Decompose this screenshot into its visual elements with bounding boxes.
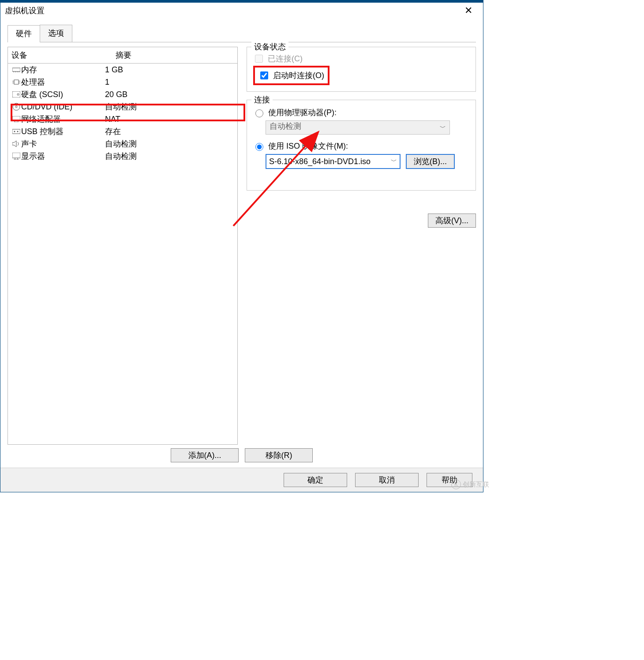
svg-rect-15	[15, 120, 18, 122]
highlight-annotation: 启动时连接(O)	[253, 66, 329, 85]
vm-settings-window: 虚拟机设置 ✕ 硬件 选项 设备 摘要 内存 1 GB	[0, 0, 483, 492]
device-name: 显示器	[21, 151, 105, 161]
device-name: 硬盘 (SCSI)	[21, 89, 105, 100]
tab-options[interactable]: 选项	[40, 25, 72, 42]
device-name: 声卡	[21, 139, 105, 149]
device-summary: 存在	[105, 126, 234, 137]
columns: 设备 摘要 内存 1 GB 处理器 1	[7, 47, 476, 445]
add-button[interactable]: 添加(A)...	[171, 448, 239, 462]
settings-panel: 设备状态 已连接(C) 启动时连接(O) 连接	[247, 47, 476, 445]
use-physical-label: 使用物理驱动器(P):	[268, 107, 337, 118]
svg-rect-20	[12, 153, 20, 158]
connection-legend: 连接	[251, 94, 273, 105]
device-summary: 20 GB	[105, 90, 234, 99]
connect-on-start-input[interactable]	[260, 71, 268, 79]
device-name: USB 控制器	[21, 126, 105, 137]
svg-point-12	[13, 103, 20, 110]
device-summary: NAT	[105, 115, 234, 124]
device-row-cpu[interactable]: 处理器 1	[8, 76, 237, 88]
memory-icon	[11, 67, 21, 72]
svg-point-13	[15, 106, 17, 108]
connect-on-start-label: 启动时连接(O)	[273, 70, 324, 81]
close-icon[interactable]: ✕	[458, 3, 479, 19]
iso-path-combo[interactable]: S-6.10-x86_64-bin-DVD1.iso ﹀	[266, 154, 401, 169]
watermark-icon: K	[451, 480, 461, 489]
chevron-down-icon[interactable]: ﹀	[391, 158, 397, 165]
header-summary: 摘要	[112, 47, 135, 63]
nic-icon	[11, 116, 21, 122]
svg-point-18	[17, 131, 19, 132]
browse-button[interactable]: 浏览(B)...	[406, 154, 455, 169]
sound-icon	[11, 141, 21, 147]
connected-checkbox-input	[255, 55, 263, 63]
use-iso-label: 使用 ISO 映像文件(M):	[268, 141, 348, 151]
add-remove-row: 添加(A)... 移除(R)	[7, 448, 476, 462]
ok-button[interactable]: 确定	[284, 473, 347, 487]
svg-rect-0	[12, 68, 20, 71]
device-row-disk[interactable]: 硬盘 (SCSI) 20 GB	[8, 88, 237, 101]
connect-on-start-checkbox[interactable]: 启动时连接(O)	[258, 70, 324, 81]
svg-rect-16	[12, 129, 20, 134]
use-iso-input[interactable]	[255, 143, 263, 151]
title-bar: 虚拟机设置 ✕	[0, 3, 483, 19]
svg-rect-5	[14, 80, 19, 84]
window-title: 虚拟机设置	[5, 5, 458, 16]
use-iso-radio[interactable]: 使用 ISO 映像文件(M):	[253, 141, 469, 151]
device-row-usb[interactable]: USB 控制器 存在	[8, 125, 237, 138]
header-device: 设备	[8, 47, 112, 63]
device-name: 内存	[21, 64, 105, 75]
device-list-panel: 设备 摘要 内存 1 GB 处理器 1	[7, 47, 238, 445]
device-name: 网络适配器	[21, 114, 105, 124]
connected-label: 已连接(C)	[268, 53, 303, 64]
device-summary: 1	[105, 78, 234, 87]
device-summary: 自动检测	[105, 151, 234, 161]
tab-bar: 硬件 选项	[7, 25, 476, 42]
tab-hardware[interactable]: 硬件	[7, 25, 40, 42]
use-physical-radio[interactable]: 使用物理驱动器(P):	[253, 107, 469, 118]
connected-checkbox: 已连接(C)	[253, 53, 469, 64]
device-row-sound[interactable]: 声卡 自动检测	[8, 138, 237, 150]
svg-rect-14	[12, 116, 20, 120]
device-status-group: 设备状态 已连接(C) 启动时连接(O)	[247, 47, 476, 92]
client-area: 硬件 选项 设备 摘要 内存 1 GB 处理器	[0, 19, 483, 468]
svg-marker-19	[12, 141, 16, 147]
svg-point-17	[14, 131, 15, 132]
dialog-footer: 确定 取消 帮助	[0, 468, 483, 492]
device-status-legend: 设备状态	[251, 41, 288, 52]
remove-button[interactable]: 移除(R)	[245, 448, 313, 462]
watermark: K 创新互联	[451, 480, 489, 489]
advanced-row: 高级(V)...	[247, 214, 476, 228]
svg-point-11	[17, 94, 19, 95]
device-row-display[interactable]: 显示器 自动检测	[8, 150, 237, 162]
physical-drive-select: 自动检测 ﹀	[266, 120, 450, 135]
display-icon	[11, 153, 21, 160]
cancel-button[interactable]: 取消	[355, 473, 419, 487]
iso-path-value: S-6.10-x86_64-bin-DVD1.iso	[269, 157, 371, 166]
device-name: CD/DVD (IDE)	[21, 102, 105, 112]
device-row-nic[interactable]: 网络适配器 NAT	[8, 113, 237, 125]
iso-row: S-6.10-x86_64-bin-DVD1.iso ﹀ 浏览(B)...	[266, 154, 469, 169]
device-row-memory[interactable]: 内存 1 GB	[8, 64, 237, 76]
device-rows: 内存 1 GB 处理器 1 硬盘 (SCSI) 20 GB	[8, 64, 237, 162]
advanced-button[interactable]: 高级(V)...	[428, 214, 476, 228]
watermark-text: 创新互联	[463, 480, 489, 489]
device-name: 处理器	[21, 77, 105, 87]
disc-icon	[11, 103, 21, 111]
device-list-header: 设备 摘要	[8, 47, 237, 64]
disk-icon	[11, 91, 21, 98]
device-summary: 自动检测	[105, 101, 234, 112]
connection-group: 连接 使用物理驱动器(P): 自动检测 ﹀ 使用 ISO 映像文件(M):	[247, 100, 476, 191]
chevron-down-icon: ﹀	[440, 124, 446, 132]
device-row-cddvd[interactable]: CD/DVD (IDE) 自动检测	[8, 101, 237, 113]
device-summary: 自动检测	[105, 139, 234, 149]
device-summary: 1 GB	[105, 65, 234, 75]
use-physical-input[interactable]	[255, 109, 263, 117]
usb-icon	[11, 128, 21, 135]
physical-drive-value: 自动检测	[270, 122, 301, 131]
cpu-icon	[11, 78, 21, 86]
